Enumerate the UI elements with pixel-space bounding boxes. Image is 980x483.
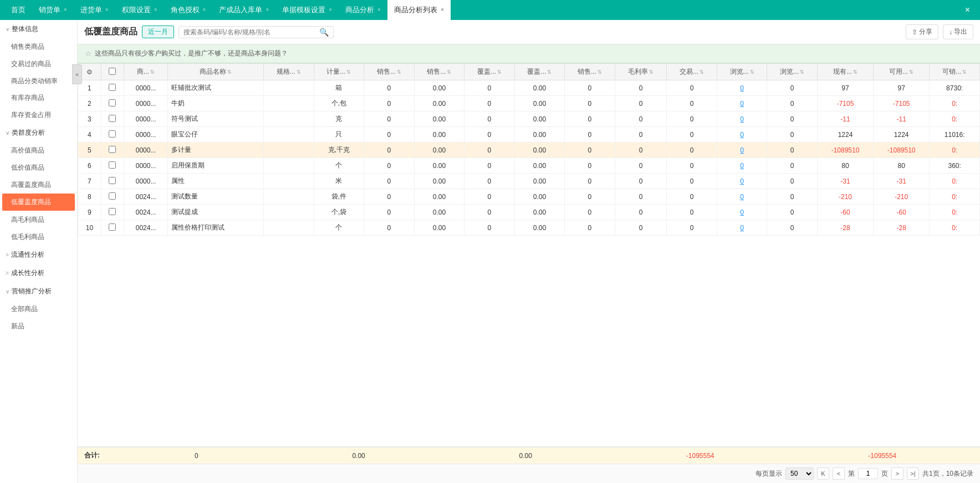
nav-item-product-in[interactable]: 产成品入库单 × <box>212 0 275 20</box>
sidebar-item-low-coverage[interactable]: 低覆盖度商品 <box>2 194 75 211</box>
data-table-container[interactable]: ⚙ 商...⇅ 商品名称⇅ 规格...⇅ 计量...⇅ 销售...⇅ 销售...… <box>78 63 980 446</box>
prev-page-button[interactable]: < <box>833 467 845 480</box>
sidebar-item-stock-capital[interactable]: 库存资金占用 <box>0 106 77 124</box>
close-icon[interactable]: × <box>377 0 381 20</box>
sidebar-item-all-goods[interactable]: 全部商品 <box>0 301 77 318</box>
row-select-checkbox[interactable] <box>109 192 116 200</box>
nav-item-analysis[interactable]: 商品分析 × <box>339 0 387 20</box>
sidebar-section-class[interactable]: ∨ 类群度分析 <box>0 124 77 142</box>
next-page-button[interactable]: > <box>891 467 904 480</box>
row-browse1[interactable]: 0 <box>717 80 767 96</box>
col-unit[interactable]: 计量...⇅ <box>314 64 364 80</box>
select-all-checkbox[interactable] <box>109 68 116 75</box>
row-select-checkbox[interactable] <box>109 223 116 231</box>
row-browse1[interactable]: 0 <box>717 158 767 174</box>
first-page-button[interactable]: K <box>817 467 829 480</box>
col-sales1[interactable]: 销售...⇅ <box>364 64 415 80</box>
row-select-checkbox[interactable] <box>109 84 116 91</box>
row-checkbox[interactable] <box>101 127 124 143</box>
sidebar-item-traded-goods[interactable]: 交易过的商品 <box>0 55 77 73</box>
row-select-checkbox[interactable] <box>109 208 116 215</box>
col-browse2[interactable]: 浏览...⇅ <box>767 64 818 80</box>
sidebar-item-low-profit[interactable]: 低毛利商品 <box>0 228 77 246</box>
col-spec[interactable]: 规格...⇅ <box>264 64 314 80</box>
col-current[interactable]: 现有...⇅ <box>817 64 873 80</box>
row-select-checkbox[interactable] <box>109 115 116 122</box>
row-browse1[interactable]: 0 <box>717 189 767 205</box>
col-cov1[interactable]: 覆盖...⇅ <box>465 64 515 80</box>
sidebar-item-high-coverage[interactable]: 高覆盖度商品 <box>0 176 77 194</box>
last-page-button[interactable]: >| <box>907 467 919 480</box>
close-icon[interactable]: × <box>105 0 109 20</box>
row-spec <box>264 111 314 127</box>
col-name[interactable]: 商品名称⇅ <box>168 64 264 80</box>
row-checkbox[interactable] <box>101 174 124 189</box>
sidebar-section-marketing[interactable]: ∨ 营销推广分析 <box>0 282 77 301</box>
row-checkbox[interactable] <box>101 143 124 158</box>
sidebar-item-low-value[interactable]: 低价值商品 <box>0 159 77 176</box>
col-sellable[interactable]: 可销...⇅ <box>930 64 980 80</box>
time-filter-button[interactable]: 近一月 <box>142 26 174 38</box>
export-button[interactable]: ↓ 导出 <box>943 24 973 39</box>
nav-item-home[interactable]: 首页 <box>4 0 32 20</box>
close-icon[interactable]: × <box>329 0 332 20</box>
sidebar-section-overall[interactable]: ∨ 整体信息 <box>0 20 77 38</box>
row-select-checkbox[interactable] <box>109 99 116 106</box>
nav-item-template[interactable]: 单据模板设置 × <box>275 0 339 20</box>
col-avail[interactable]: 可用...⇅ <box>874 64 930 80</box>
row-checkbox[interactable] <box>101 220 124 236</box>
col-sales2[interactable]: 销售...⇅ <box>414 64 465 80</box>
nav-item-analysis-list[interactable]: 商品分析列表 × <box>387 0 451 20</box>
col-code[interactable]: 商...⇅ <box>124 64 168 80</box>
row-checkbox[interactable] <box>101 189 124 205</box>
row-browse1[interactable]: 0 <box>717 205 767 220</box>
row-select-checkbox[interactable] <box>109 161 116 169</box>
row-select-checkbox[interactable] <box>109 146 116 153</box>
row-select-checkbox[interactable] <box>109 177 116 184</box>
row-checkbox[interactable] <box>101 96 124 111</box>
sidebar-item-in-stock[interactable]: 有库存商品 <box>0 89 77 106</box>
row-sales2: 0.00 <box>414 174 465 189</box>
sidebar-item-high-value[interactable]: 高价值商品 <box>0 142 77 159</box>
close-icon[interactable]: × <box>64 0 67 20</box>
row-checkbox[interactable] <box>101 205 124 220</box>
row-checkbox[interactable] <box>101 80 124 96</box>
col-sales3[interactable]: 销售...⇅ <box>565 64 615 80</box>
search-input[interactable] <box>183 28 317 36</box>
col-browse1[interactable]: 浏览...⇅ <box>717 64 767 80</box>
nav-item-role[interactable]: 角色授权 × <box>164 0 213 20</box>
nav-item-permission[interactable]: 权限设置 × <box>115 0 164 20</box>
window-close-button[interactable]: × <box>959 5 976 15</box>
col-cov2[interactable]: 覆盖...⇅ <box>514 64 565 80</box>
row-select-checkbox[interactable] <box>109 130 116 138</box>
close-icon[interactable]: × <box>203 0 206 20</box>
col-gross[interactable]: 毛利率⇅ <box>615 64 667 80</box>
close-icon[interactable]: × <box>266 0 269 20</box>
page-number-input[interactable] <box>858 468 878 479</box>
row-checkbox[interactable] <box>101 158 124 174</box>
total-current: -1095554 <box>686 452 714 460</box>
col-checkbox[interactable] <box>101 64 124 80</box>
sidebar-item-category-rate[interactable]: 商品分类动销率 <box>0 73 77 90</box>
row-browse1[interactable]: 0 <box>717 111 767 127</box>
row-checkbox[interactable] <box>101 111 124 127</box>
close-icon[interactable]: × <box>154 0 157 20</box>
row-browse1[interactable]: 0 <box>717 96 767 111</box>
row-browse1[interactable]: 0 <box>717 174 767 189</box>
col-trans[interactable]: 交易...⇅ <box>667 64 717 80</box>
nav-item-purchase[interactable]: 进货单 × <box>74 0 115 20</box>
sidebar-item-high-profit[interactable]: 高毛利商品 <box>0 211 77 228</box>
row-browse1[interactable]: 0 <box>717 143 767 158</box>
sidebar-section-flow[interactable]: > 流通性分析 <box>0 246 77 264</box>
close-icon[interactable]: × <box>441 0 444 20</box>
sidebar-item-new-goods[interactable]: 新品 <box>0 318 77 335</box>
row-browse1[interactable]: 0 <box>717 127 767 143</box>
nav-item-sales[interactable]: 销货单 × <box>32 0 74 20</box>
sidebar-item-sales-goods[interactable]: 销售类商品 <box>0 38 77 55</box>
share-button[interactable]: ⇧ 分享 <box>906 24 938 39</box>
sidebar-section-growth[interactable]: > 成长性分析 <box>0 264 77 282</box>
row-browse1[interactable]: 0 <box>717 220 767 236</box>
sidebar-collapse-button[interactable]: « <box>72 64 82 84</box>
per-page-select[interactable]: 50 10 20 100 <box>785 467 814 480</box>
row-no: 2 <box>78 96 101 111</box>
